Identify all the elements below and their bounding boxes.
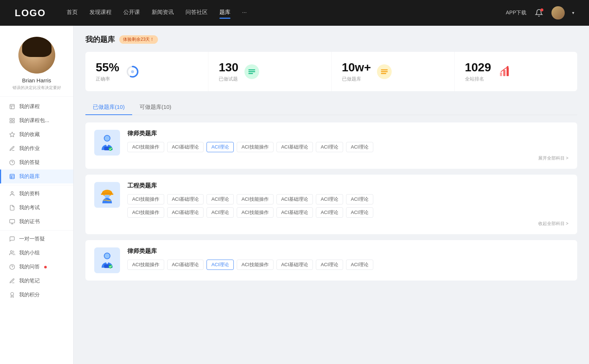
sidebar-item-myqa[interactable]: 我的问答 [0,260,73,274]
sidebar-item-homework[interactable]: 我的作业 [0,142,73,156]
tags-row-lawyer-1: ACI技能操作 ACI基础理论 ACI理论 ACI技能操作 ACI基础理论 AC… [127,142,568,152]
nav-discover[interactable]: 发现课程 [89,9,112,17]
tag-active[interactable]: ACI理论 [207,260,234,270]
svg-point-43 [105,253,110,258]
qbank-icon-engineer [94,182,120,208]
tag[interactable]: ACI基础理论 [276,260,313,270]
tag[interactable]: ACI理论 [316,207,343,218]
qbank-body-lawyer-2: 律师类题库 ACI技能操作 ACI基础理论 ACI理论 ACI技能操作 ACI基… [127,247,568,273]
tag[interactable]: ACI基础理论 [167,142,204,152]
tag[interactable]: ACI理论 [346,194,373,204]
banks-icon [377,64,392,79]
tag[interactable]: ACI理论 [346,260,373,270]
app-download-link[interactable]: APP下载 [506,10,526,16]
svg-rect-41 [101,193,113,195]
sidebar-label: 我的答疑 [19,159,40,166]
expand-link-engineer[interactable]: 收起全部科目 > [127,221,568,227]
qbank-card-lawyer-2: 律师类题库 ACI技能操作 ACI基础理论 ACI理论 ACI技能操作 ACI基… [85,240,577,281]
stat-text: 55% 正确率 [96,61,119,82]
accuracy-icon [125,64,140,79]
sidebar-item-points[interactable]: 我的积分 [0,288,73,302]
tag[interactable]: ACI基础理论 [276,194,313,204]
notes-icon [9,278,15,284]
svg-point-21 [131,70,134,73]
sidebar-divider [0,185,73,185]
nav-qbank[interactable]: 题库 [219,9,230,17]
svg-point-17 [11,292,14,295]
tab-available[interactable]: 可做题库(10) [132,100,179,115]
tag[interactable]: ACI理论 [316,260,343,270]
chart-icon [498,65,511,78]
sidebar-label: 我的课程包... [19,117,49,124]
tag[interactable]: ACI技能操作 [237,260,274,270]
qbank-body-engineer: 工程类题库 ACI技能操作 ACI基础理论 ACI理论 ACI技能操作 ACI基… [127,182,568,227]
tag[interactable]: ACI技能操作 [237,194,274,204]
tag[interactable]: ACI技能操作 [127,142,164,152]
svg-point-12 [11,192,13,193]
tag[interactable]: ACI理论 [207,207,234,218]
nav-more[interactable]: ··· [242,9,247,17]
qbank-icon-lawyer [94,130,120,156]
tag-active[interactable]: ACI理论 [207,142,234,152]
sidebar-label: 我的问答 [19,264,40,270]
sidebar-item-qbank[interactable]: 我的题库 [0,169,73,183]
sidebar-item-favorites[interactable]: 我的收藏 [0,128,73,142]
sidebar-item-course-package[interactable]: 我的课程包... [0,114,73,128]
stat-value-accuracy: 55% [96,61,119,74]
sidebar-item-exam[interactable]: 我的考试 [0,201,73,215]
stats-row: 55% 正确率 130 已做试题 [85,52,577,91]
main-layout: Brian Harris 错误的决定比没有决定要好 我的课程 我的课程包... [0,26,589,364]
profile-avatar [18,37,55,74]
profile-name: Brian Harris [22,77,51,83]
svg-marker-5 [10,132,14,137]
tag[interactable]: ACI理论 [207,194,234,204]
logo: LOGO [15,7,46,19]
sidebar-menu: 我的课程 我的课程包... 我的收藏 我的作业 [0,97,73,305]
stat-rank: 1029 全站排名 [455,52,577,91]
tag[interactable]: ACI理论 [346,207,373,218]
nav-qa[interactable]: 问答社区 [186,9,208,17]
tag[interactable]: ACI技能操作 [237,207,274,218]
tag[interactable]: ACI基础理论 [167,194,204,204]
user-menu-chevron[interactable]: ▾ [572,10,574,15]
tag[interactable]: ACI理论 [316,194,343,204]
sidebar-label: 一对一答疑 [19,236,45,242]
expand-link-lawyer-1[interactable]: 展开全部科目 > [127,155,568,161]
tag[interactable]: ACI基础理论 [276,207,313,218]
tag[interactable]: ACI理论 [346,142,373,152]
tag[interactable]: ACI基础理论 [276,142,313,152]
svg-rect-13 [10,220,14,223]
tag[interactable]: ACI基础理论 [167,207,204,218]
sidebar-divider-2 [0,230,73,231]
tag[interactable]: ACI技能操作 [127,260,164,270]
sidebar-label: 我的考试 [19,204,40,211]
nav-news[interactable]: 新闻资讯 [152,9,174,17]
nav-home[interactable]: 首页 [67,9,78,17]
tag[interactable]: ACI技能操作 [237,142,274,152]
sidebar-item-certificate[interactable]: 我的证书 [0,215,73,229]
svg-rect-3 [10,121,12,123]
sidebar-item-qa[interactable]: 我的答疑 [0,156,73,169]
tag[interactable]: ACI基础理论 [167,260,204,270]
sidebar-item-profile[interactable]: 我的资料 [0,187,73,201]
sidebar-item-notes[interactable]: 我的笔记 [0,274,73,288]
notification-bell[interactable] [534,8,544,18]
user-avatar[interactable] [551,6,565,19]
sidebar-label: 我的小组 [19,250,40,256]
tag[interactable]: ACI技能操作 [127,194,164,204]
tab-done[interactable]: 已做题库(10) [85,100,132,115]
page-title: 我的题库 [85,35,115,44]
points-icon [9,292,15,298]
tag[interactable]: ACI技能操作 [127,207,164,218]
svg-rect-30 [500,72,502,76]
svg-rect-8 [10,174,14,179]
nav-public-course[interactable]: 公开课 [123,9,140,17]
svg-rect-32 [507,68,509,76]
courses-icon [9,103,15,110]
tag[interactable]: ACI理论 [316,142,343,152]
sidebar-item-1on1[interactable]: 一对一答疑 [0,232,73,246]
sidebar-label: 我的课程 [19,103,40,110]
navbar: LOGO 首页 发现课程 公开课 新闻资讯 问答社区 题库 ··· APP下载 … [0,0,589,26]
sidebar-item-group[interactable]: 我的小组 [0,246,73,260]
sidebar-item-my-courses[interactable]: 我的课程 [0,100,73,114]
